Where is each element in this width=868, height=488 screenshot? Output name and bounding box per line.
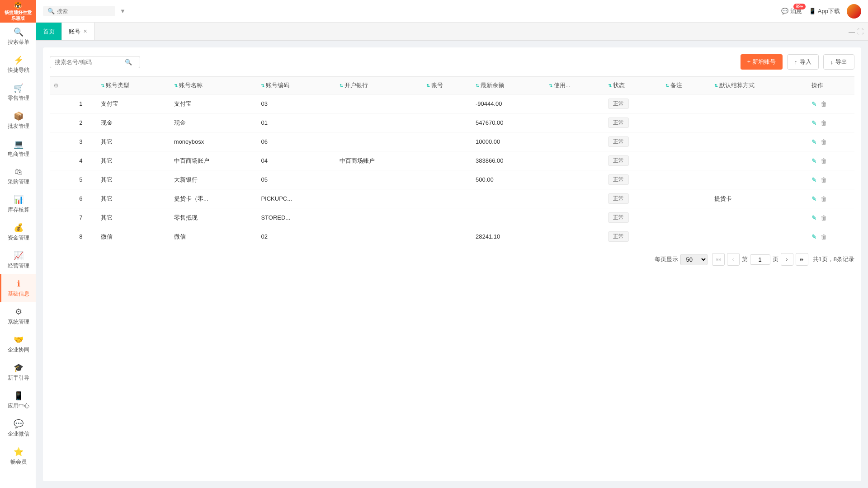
tab-accounts[interactable]: 账号 ✕ xyxy=(62,23,94,40)
per-page-select[interactable]: 50 20 100 xyxy=(680,254,708,265)
delete-button-4[interactable]: 🗑 xyxy=(821,176,827,183)
sidebar-item-inventory[interactable]: 📊库存核算 xyxy=(0,190,36,218)
table-search-box[interactable]: 🔍 xyxy=(50,56,140,68)
sidebar-item-ecommerce-mgmt[interactable]: 💻电商管理 xyxy=(0,135,36,163)
col-code[interactable]: ⇅账号编码 xyxy=(257,77,335,94)
page-next-button[interactable]: › xyxy=(781,253,793,266)
cell-balance-0: -90444.00 xyxy=(472,94,545,113)
col-account[interactable]: ⇅账号 xyxy=(423,77,472,94)
cell-usage-0 xyxy=(545,94,604,113)
tab-accounts-label: 账号 xyxy=(69,28,80,36)
sidebar-item-enterprise-wechat[interactable]: 💬企业微信 xyxy=(0,414,36,442)
sidebar-item-member[interactable]: ⭐畅会员 xyxy=(0,442,36,470)
sidebar-item-wholesale-mgmt[interactable]: 📦批发管理 xyxy=(0,107,36,135)
cell-gear-0 xyxy=(50,94,75,113)
table-search-input[interactable] xyxy=(55,59,123,66)
col-type[interactable]: ⇅账号类型 xyxy=(97,77,170,94)
page-suffix: 页 xyxy=(773,255,778,263)
cell-gear-1 xyxy=(50,113,75,132)
col-gear[interactable]: ⚙ xyxy=(50,77,75,94)
edit-button-5[interactable]: ✎ xyxy=(811,195,817,202)
edit-button-3[interactable]: ✎ xyxy=(811,157,817,164)
sidebar-item-basic-info[interactable]: ℹ基础信息 xyxy=(0,274,36,302)
search-submit-icon[interactable]: 🔍 xyxy=(125,59,132,66)
cell-gear-5 xyxy=(50,189,75,208)
sidebar-item-enterprise-agreement[interactable]: 🤝企业协同 xyxy=(0,330,36,358)
sidebar-item-new-guide[interactable]: 🎓新手引导 xyxy=(0,358,36,386)
page-prev-button[interactable]: ‹ xyxy=(727,253,740,266)
sidebar-item-quick-nav[interactable]: ⚡快捷导航 xyxy=(0,51,36,79)
delete-button-5[interactable]: 🗑 xyxy=(821,195,827,202)
sidebar-item-system-mgmt[interactable]: ⚙系统管理 xyxy=(0,302,36,330)
edit-button-1[interactable]: ✎ xyxy=(811,119,817,127)
app-download-button[interactable]: 📱 App下载 xyxy=(809,7,840,15)
sidebar-icon-member: ⭐ xyxy=(14,447,24,457)
table-row: 2 现金 现金 01 547670.00 正常 ✎ 🗑 xyxy=(50,113,854,132)
sidebar-label-operation-mgmt: 经营管理 xyxy=(8,262,29,270)
cell-action-4: ✎ 🗑 xyxy=(808,170,854,189)
delete-button-2[interactable]: 🗑 xyxy=(821,138,827,145)
export-button[interactable]: ↓ 导出 xyxy=(823,54,855,70)
header-search-box[interactable]: 🔍 xyxy=(43,6,115,16)
page-input[interactable] xyxy=(750,254,770,265)
sidebar: 🐯 畅捷通好生意 乐惠版 🔍搜索菜单⚡快捷导航🛒零售管理📦批发管理💻电商管理🛍采… xyxy=(0,0,36,488)
cell-num-4: 5 xyxy=(75,170,97,189)
page-navigation: ⏮ ‹ 第 页 › ⏭ xyxy=(712,253,808,266)
delete-button-6[interactable]: 🗑 xyxy=(821,214,827,221)
sidebar-item-purchase-mgmt[interactable]: 🛍采购管理 xyxy=(0,163,36,190)
tab-close-icon[interactable]: ✕ xyxy=(83,28,87,34)
cell-default-payment-1 xyxy=(711,113,808,132)
cell-num-0: 1 xyxy=(75,94,97,113)
col-usage[interactable]: ⇅使用... xyxy=(545,77,604,94)
header-search-input[interactable] xyxy=(57,8,111,14)
minimize-icon[interactable]: — xyxy=(849,28,855,35)
cell-remark-0 xyxy=(662,94,711,113)
col-status[interactable]: ⇅状态 xyxy=(604,77,662,94)
sidebar-item-retail-mgmt[interactable]: 🛒零售管理 xyxy=(0,79,36,107)
sidebar-item-app-center[interactable]: 📱应用中心 xyxy=(0,386,36,414)
cell-gear-2 xyxy=(50,132,75,151)
cell-action-3: ✎ 🗑 xyxy=(808,151,854,170)
header-right: 💬 消息 99+ 📱 App下载 xyxy=(781,4,861,19)
cell-usage-4 xyxy=(545,170,604,189)
sidebar-item-search-menu[interactable]: 🔍搜索菜单 xyxy=(0,23,36,51)
delete-button-7[interactable]: 🗑 xyxy=(821,233,827,240)
col-remark[interactable]: ⇅备注 xyxy=(662,77,711,94)
cell-name-5: 提货卡（零... xyxy=(170,189,258,208)
user-avatar[interactable] xyxy=(847,4,861,19)
col-balance[interactable]: ⇅最新余额 xyxy=(472,77,545,94)
cell-usage-5 xyxy=(545,189,604,208)
delete-button-3[interactable]: 🗑 xyxy=(821,157,827,164)
dropdown-icon[interactable]: ▼ xyxy=(120,8,126,14)
new-account-button[interactable]: + 新增账号 xyxy=(741,54,783,70)
cell-code-1: 01 xyxy=(257,113,335,132)
edit-button-7[interactable]: ✎ xyxy=(811,233,817,240)
cell-default-payment-3 xyxy=(711,151,808,170)
delete-button-1[interactable]: 🗑 xyxy=(821,119,827,127)
edit-button-4[interactable]: ✎ xyxy=(811,176,817,183)
edit-button-0[interactable]: ✎ xyxy=(811,100,817,108)
edit-button-6[interactable]: ✎ xyxy=(811,214,817,221)
expand-icon[interactable]: ⛶ xyxy=(857,28,863,35)
sidebar-label-new-guide: 新手引导 xyxy=(8,374,29,382)
page-first-button[interactable]: ⏮ xyxy=(712,253,725,266)
cell-type-5: 其它 xyxy=(97,189,170,208)
cell-bank-3: 中百商场账户 xyxy=(336,151,423,170)
sidebar-icon-app-center: 📱 xyxy=(14,391,24,401)
delete-button-0[interactable]: 🗑 xyxy=(821,100,827,108)
import-button[interactable]: ↑ 导入 xyxy=(787,54,819,70)
sidebar-icon-search-menu: 🔍 xyxy=(14,27,24,37)
page-last-button[interactable]: ⏭ xyxy=(796,253,808,266)
col-bank[interactable]: ⇅开户银行 xyxy=(336,77,423,94)
page-total: 共1页，8条记录 xyxy=(813,255,854,263)
sidebar-item-operation-mgmt[interactable]: 📈经营管理 xyxy=(0,246,36,274)
sidebar-item-finance-mgmt[interactable]: 💰资金管理 xyxy=(0,218,36,246)
cell-gear-7 xyxy=(50,227,75,246)
edit-button-2[interactable]: ✎ xyxy=(811,138,817,145)
cell-bank-2 xyxy=(336,132,423,151)
message-button[interactable]: 💬 消息 99+ xyxy=(781,7,802,15)
col-name[interactable]: ⇅账号名称 xyxy=(170,77,258,94)
tab-home[interactable]: 首页 xyxy=(36,23,62,40)
col-default-payment[interactable]: ⇅默认结算方式 xyxy=(711,77,808,94)
cell-action-6: ✎ 🗑 xyxy=(808,208,854,227)
